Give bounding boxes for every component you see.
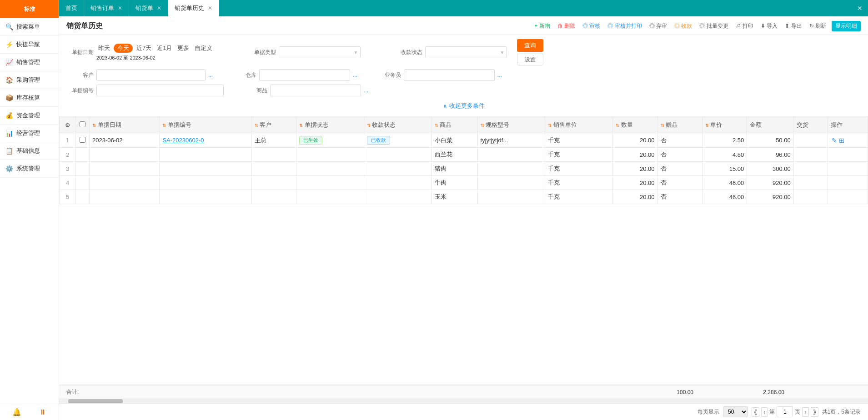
search-icon: 🔍 <box>5 23 13 30</box>
finance-icon: 💰 <box>5 112 13 119</box>
tab-sales-history[interactable]: 销货单历史 ✕ <box>168 0 219 16</box>
date-custom-btn[interactable]: 自定义 <box>193 44 214 53</box>
page-number-input[interactable] <box>777 406 793 417</box>
row-doc-no: SA-20230602-0 <box>160 133 251 148</box>
sidebar-item-base-info[interactable]: 📋 基础信息 <box>0 142 59 160</box>
row-amount: 96.00 <box>747 148 793 162</box>
edit-button[interactable]: ✎ <box>832 137 837 144</box>
audit-print-button[interactable]: ◎ 审核并打印 <box>606 21 643 31</box>
new-button[interactable]: + 新增 <box>532 21 552 31</box>
batch-change-button[interactable]: ◎ 批量变更 <box>697 21 730 31</box>
more-actions-button[interactable]: ⊞ <box>839 137 844 144</box>
sort-icon-spec[interactable]: ⇅ <box>481 123 484 128</box>
row-unit-price: 46.00 <box>702 176 747 190</box>
doc-no-link[interactable]: SA-20230602-0 <box>162 137 204 144</box>
salesperson-ellipsis[interactable]: ... <box>497 72 502 78</box>
sidebar-item-label: 系统管理 <box>16 165 40 173</box>
show-detail-button[interactable]: 显示明细 <box>832 21 861 31</box>
row-product: 牛肉 <box>431 176 477 190</box>
sidebar-item-ops-mgmt[interactable]: 📊 经营管理 <box>0 125 59 142</box>
chevron-up-icon: ∧ <box>443 103 447 110</box>
sort-icon-unitprice[interactable]: ⇅ <box>705 123 709 128</box>
page-size-select[interactable]: 50 100 200 <box>723 406 748 417</box>
sort-icon-docno[interactable]: ⇅ <box>162 123 166 128</box>
row-checkbox[interactable] <box>80 137 85 143</box>
notification-button[interactable]: 🔔 <box>12 408 21 416</box>
delete-button[interactable]: 🗑 删除 <box>556 21 577 31</box>
export-button[interactable]: ⬆ 导出 <box>783 21 803 31</box>
customer-input[interactable] <box>96 69 206 81</box>
sort-icon-paymentstatus[interactable]: ⇅ <box>367 123 371 128</box>
sort-icon[interactable]: ⇅ <box>92 123 96 128</box>
tab-sales-goods[interactable]: 销货单 ✕ <box>129 0 168 16</box>
collapse-button[interactable]: ∧ 收起更多条件 <box>66 100 861 112</box>
footer-total-qty: 100.00 <box>642 389 697 395</box>
row-actions: ✎⊞ <box>828 133 868 148</box>
tab-sales-order-close[interactable]: ✕ <box>118 5 122 11</box>
date-yesterday-btn[interactable]: 昨天 <box>96 44 112 53</box>
date-1month-btn[interactable]: 近1月 <box>155 44 174 53</box>
page-nav: ⟪ ‹ 第 页 › ⟫ <box>752 406 818 417</box>
warehouse-input[interactable] <box>259 69 350 81</box>
tab-sales-history-close[interactable]: ✕ <box>208 5 212 11</box>
last-page-button[interactable]: ⟫ <box>811 407 818 417</box>
sidebar-item-quick-nav[interactable]: ⚡ 快捷导航 <box>0 36 59 54</box>
table-row: 4牛肉千克20.00否46.00920.00 <box>60 176 868 190</box>
tab-sales-order[interactable]: 销售订单 ✕ <box>84 0 129 16</box>
print-button[interactable]: 🖨 打印 <box>734 21 755 31</box>
table-settings-icon[interactable]: ⚙ <box>65 122 70 129</box>
close-all-tabs-button[interactable]: ✕ <box>852 5 868 12</box>
salesperson-label: 业务员 <box>374 71 401 79</box>
tab-home[interactable]: 首页 <box>59 0 84 16</box>
sort-icon-unit[interactable]: ⇅ <box>548 123 552 128</box>
next-page-button[interactable]: › <box>802 407 808 417</box>
payment-status-label: 收款状态 <box>395 49 422 56</box>
row-delivery <box>793 176 828 190</box>
per-page-label: 每页显示 <box>697 408 719 416</box>
collect-button[interactable]: ◎ 收款 <box>672 21 694 31</box>
prev-page-button[interactable]: ‹ <box>761 407 768 417</box>
col-gift: ⇅ 赠品 <box>657 117 702 133</box>
row-qty: 20.00 <box>613 133 657 148</box>
query-button[interactable]: 查询 <box>517 39 543 52</box>
filter-warehouse-item: 仓库 ... <box>229 69 357 81</box>
warehouse-ellipsis[interactable]: ... <box>353 72 357 78</box>
row-checkbox-cell <box>76 176 90 190</box>
tab-sales-goods-close[interactable]: ✕ <box>157 5 161 11</box>
date-today-btn[interactable]: 今天 <box>114 44 133 53</box>
docno-input[interactable] <box>96 85 224 96</box>
customer-ellipsis[interactable]: ... <box>208 72 213 78</box>
payment-status-select[interactable] <box>425 46 507 58</box>
audit-button[interactable]: ◎ 审核 <box>581 21 602 31</box>
sidebar-item-purchase-mgmt[interactable]: 🏠 采购管理 <box>0 71 59 89</box>
row-amount: 920.00 <box>747 176 793 190</box>
page-container: 销货单历史 + 新增 🗑 删除 ◎ 审核 ◎ 审核并打印 ◎ 弃审 ◎ 收款 ◎… <box>59 16 868 420</box>
sidebar-item-finance-mgmt[interactable]: 💰 资金管理 <box>0 107 59 125</box>
refresh-button[interactable]: ↻ 刷新 <box>808 21 828 31</box>
row-doc-status <box>296 162 364 176</box>
abandon-button[interactable]: ◎ 弃审 <box>647 21 669 31</box>
sort-icon-customer[interactable]: ⇅ <box>255 123 258 128</box>
first-page-button[interactable]: ⟪ <box>752 407 759 417</box>
set-button[interactable]: 设置 <box>517 54 543 65</box>
sidebar-item-sales-mgmt[interactable]: 📈 销售管理 <box>0 54 59 71</box>
product-filter-ellipsis[interactable]: ... <box>364 87 368 94</box>
sidebar-item-inventory-calc[interactable]: 📦 库存核算 <box>0 89 59 107</box>
payment-status-badge: 已收款 <box>367 136 390 145</box>
sys-icon: ⚙️ <box>5 165 13 172</box>
sort-icon-product[interactable]: ⇅ <box>435 123 438 128</box>
sort-icon-qty[interactable]: ⇅ <box>616 123 619 128</box>
salesperson-input[interactable] <box>404 69 495 81</box>
horizontal-scrollbar[interactable] <box>59 399 868 403</box>
sort-icon-docstatus[interactable]: ⇅ <box>299 123 303 128</box>
sort-icon-gift[interactable]: ⇅ <box>661 123 664 128</box>
import-button[interactable]: ⬇ 导入 <box>759 21 779 31</box>
date-7days-btn[interactable]: 近7天 <box>135 44 153 53</box>
date-more-btn[interactable]: 更多 <box>176 44 191 53</box>
sidebar-item-sys-mgmt[interactable]: ⚙️ 系统管理 <box>0 160 59 178</box>
select-all-checkbox[interactable] <box>80 121 85 127</box>
sidebar-item-search-menu[interactable]: 🔍 搜索菜单 <box>0 18 59 36</box>
product-filter-input[interactable] <box>270 85 361 96</box>
pause-button[interactable]: ⏸ <box>39 408 46 416</box>
doc-type-select[interactable] <box>279 46 361 58</box>
